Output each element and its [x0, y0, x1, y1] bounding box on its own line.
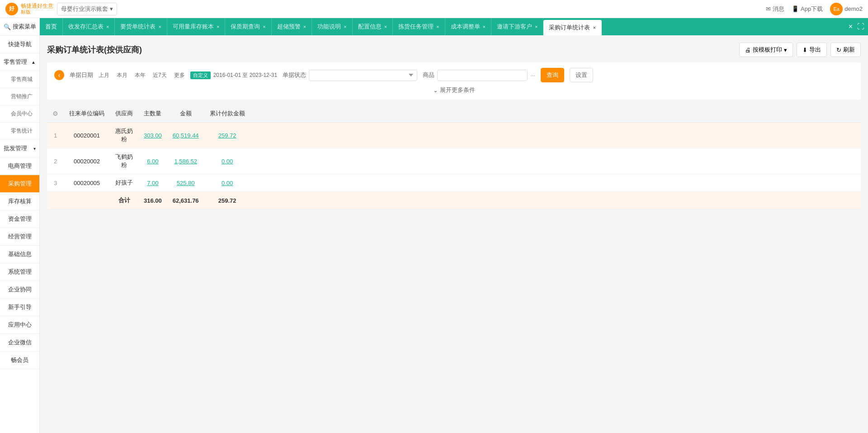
sidebar-item-wechat[interactable]: 企业微信	[0, 334, 39, 352]
sidebar-item-finance[interactable]: 资金管理	[0, 210, 39, 228]
last-7days-btn[interactable]: 近7天	[150, 71, 170, 80]
row-quantity[interactable]: 7.00	[138, 174, 167, 192]
sidebar-item-wholesale[interactable]: 批发管理 ▾	[0, 140, 39, 157]
date-label: 单据日期	[70, 71, 93, 79]
sidebar-item-retail[interactable]: 零售管理 ▲	[0, 53, 39, 71]
sidebar-item-quick-nav[interactable]: 快捷导航	[0, 36, 39, 53]
tab-cost-adjust[interactable]: 成本调整单 ×	[445, 18, 491, 35]
row-paid[interactable]: 0.00	[204, 148, 250, 174]
sidebar-item-enterprise[interactable]: 企业协同	[0, 281, 39, 299]
close-icon[interactable]: ×	[263, 24, 265, 29]
close-icon[interactable]: ×	[344, 24, 346, 29]
close-icon[interactable]: ×	[303, 24, 306, 29]
custom-badge: 自定义	[190, 71, 211, 79]
chevron-up-icon: ▲	[31, 60, 36, 65]
tab-right-btns: × ⛶	[845, 18, 868, 35]
table-header-row: ⚙ 往来单位编码 供应商 主数量 金额 累计付款金额	[47, 105, 861, 123]
data-table: ⚙ 往来单位编码 供应商 主数量 金额 累计付款金额 1 00020001 惠氏…	[47, 105, 861, 209]
row-amount[interactable]: 60,519.44	[167, 123, 204, 148]
sidebar-item-marketing[interactable]: 营销推广	[0, 88, 39, 105]
status-select[interactable]	[309, 70, 417, 81]
export-btn[interactable]: ⬇ 导出	[797, 43, 827, 57]
sidebar-item-app-center[interactable]: 应用中心	[0, 316, 39, 334]
table-body: 1 00020001 惠氏奶粉 303.00 60,519.44 259.72 …	[47, 123, 861, 192]
top-bar-left: 好 畅捷通好生意 标版 母婴行业演示账套 ▾	[5, 3, 117, 15]
user-avatar[interactable]: Ea demo2	[830, 3, 863, 15]
close-icon[interactable]: ×	[106, 24, 109, 29]
sidebar-item-operation[interactable]: 经营管理	[0, 228, 39, 246]
close-icon[interactable]: ×	[436, 24, 439, 29]
tab-invite[interactable]: 邀请下游客户 ×	[491, 18, 543, 35]
settings-icon[interactable]: ⚙	[52, 110, 58, 117]
col-code: 往来单位编码	[64, 105, 110, 123]
logo-area: 好 畅捷通好生意 标版	[5, 3, 53, 15]
tab-collection[interactable]: 收发存汇总表 ×	[63, 18, 115, 35]
filter-row: ‹ 单据日期 上月 本月 本年 近7天 更多 自定义 2016-01-01 至 …	[54, 68, 854, 82]
col-amount: 金额	[167, 105, 204, 123]
row-amount[interactable]: 525.80	[167, 174, 204, 192]
tab-overstock[interactable]: 超储预警 ×	[272, 18, 312, 35]
tab-order-stat[interactable]: 要货单统计表 ×	[115, 18, 167, 35]
col-quantity: 主数量	[138, 105, 167, 123]
date-range: 2016-01-01 至 2023-12-31	[213, 71, 277, 79]
row-quantity[interactable]: 303.00	[138, 123, 167, 148]
row-paid[interactable]: 0.00	[204, 174, 250, 192]
close-icon[interactable]: ×	[593, 25, 595, 30]
tab-func-desc[interactable]: 功能说明 ×	[312, 18, 352, 35]
sidebar-item-system[interactable]: 系统管理	[0, 263, 39, 281]
row-supplier: 惠氏奶粉	[110, 123, 138, 148]
sidebar-item-ecommerce[interactable]: 电商管理	[0, 157, 39, 175]
query-btn[interactable]: 查询	[541, 68, 564, 82]
sidebar-item-inventory[interactable]: 库存核算	[0, 193, 39, 210]
more-date-btn[interactable]: 更多	[171, 71, 188, 80]
tab-usable-inv[interactable]: 可用量库存账本 ×	[167, 18, 225, 35]
sidebar-item-member2[interactable]: 畅会员	[0, 352, 39, 369]
row-paid[interactable]: 259.72	[204, 123, 250, 148]
filter-card: ‹ 单据日期 上月 本月 本年 近7天 更多 自定义 2016-01-01 至 …	[47, 62, 861, 100]
goods-input[interactable]	[437, 70, 528, 81]
more-icon[interactable]: ···	[530, 72, 535, 79]
sidebar-item-basic[interactable]: 基础信息	[0, 246, 39, 263]
close-icon[interactable]: ×	[158, 24, 161, 29]
expand-more-btn[interactable]: ⌄ 展开更多条件	[433, 86, 475, 94]
last-month-btn[interactable]: 上月	[96, 71, 112, 80]
this-year-btn[interactable]: 本年	[132, 71, 148, 80]
close-icon[interactable]: ×	[384, 24, 387, 29]
row-amount[interactable]: 1,586.52	[167, 148, 204, 174]
tab-purchase-stat[interactable]: 采购订单统计表 ×	[543, 20, 601, 35]
settings-btn[interactable]: 设置	[570, 68, 593, 82]
maximize-tab-btn[interactable]: ⛶	[855, 22, 866, 32]
row-quantity[interactable]: 6.00	[138, 148, 167, 174]
content-area: 首页 收发存汇总表 × 要货单统计表 × 可用量库存账本 × 保质期查询 × 超…	[40, 18, 868, 433]
close-tab-btn[interactable]: ×	[847, 22, 854, 32]
tab-expiry[interactable]: 保质期查询 ×	[225, 18, 271, 35]
tab-home[interactable]: 首页	[40, 18, 63, 35]
collapse-filter-btn[interactable]: ‹	[54, 70, 64, 80]
tab-config[interactable]: 配置信息 ×	[353, 18, 393, 35]
footer-quantity: 316.00	[138, 192, 167, 209]
status-label: 单据状态	[283, 71, 306, 79]
tab-pick-task[interactable]: 拣货任务管理 ×	[393, 18, 445, 35]
close-icon[interactable]: ×	[217, 24, 219, 29]
sidebar-item-retail-stat[interactable]: 零售统计	[0, 123, 39, 140]
refresh-btn[interactable]: ↻ 刷新	[830, 43, 861, 57]
close-icon[interactable]: ×	[483, 24, 486, 29]
print-btn[interactable]: 🖨 按模板打印 ▾	[739, 43, 793, 57]
this-month-btn[interactable]: 本月	[114, 71, 130, 80]
main-layout: 🔍 搜索菜单 快捷导航 零售管理 ▲ 零售商城 营销推广 会员中心 零售统计 批…	[0, 18, 868, 433]
sidebar-item-member[interactable]: 会员中心	[0, 105, 39, 123]
sidebar-item-search[interactable]: 🔍 搜索菜单	[0, 18, 39, 36]
mobile-icon: 📱	[792, 5, 799, 12]
sidebar-item-guide[interactable]: 新手引导	[0, 299, 39, 316]
sidebar: 🔍 搜索菜单 快捷导航 零售管理 ▲ 零售商城 营销推广 会员中心 零售统计 批…	[0, 18, 40, 433]
sidebar-item-purchase[interactable]: 采购管理	[0, 175, 39, 193]
goods-filter: 商品 ···	[423, 70, 535, 81]
sidebar-item-retail-shop[interactable]: 零售商城	[0, 71, 39, 88]
page-title: 采购订单统计表(按供应商)	[47, 44, 142, 55]
message-btn[interactable]: ✉ 消息	[766, 5, 784, 13]
close-icon[interactable]: ×	[535, 24, 538, 29]
row-num: 1	[47, 123, 64, 148]
workspace-selector[interactable]: 母婴行业演示账套 ▾	[57, 3, 117, 15]
app-download-btn[interactable]: 📱 App下载	[792, 5, 823, 13]
footer-label: 合计	[110, 192, 138, 209]
